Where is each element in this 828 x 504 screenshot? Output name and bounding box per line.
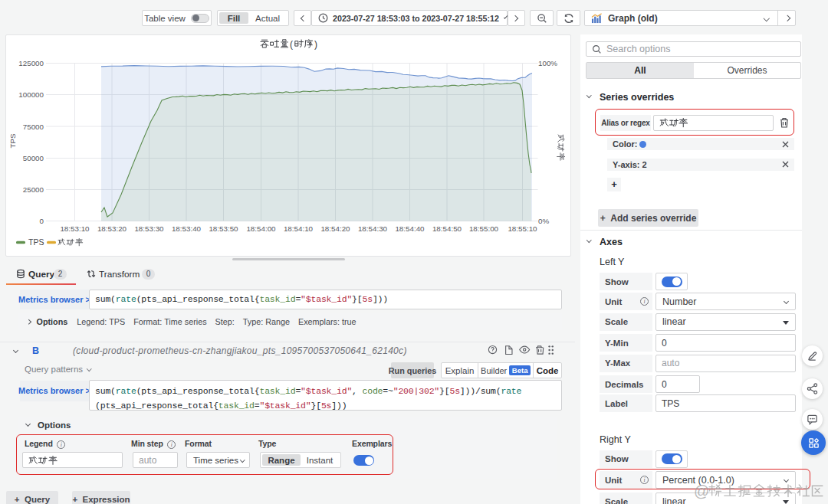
svg-text:TPS: TPS [8,133,17,149]
svg-text:18:53:10: 18:53:10 [60,224,90,233]
svg-text:0: 0 [40,217,44,225]
svg-text:18:54:30: 18:54:30 [358,224,388,233]
svg-text:18:53:40: 18:53:40 [172,224,202,233]
svg-text:100%: 100% [538,59,557,67]
svg-text:18:53:30: 18:53:30 [134,224,164,233]
svg-text:75000: 75000 [23,123,44,131]
svg-text:100000: 100000 [18,90,44,99]
svg-text:18:54:20: 18:54:20 [320,224,350,233]
svg-text:18:55:00: 18:55:00 [469,224,499,233]
svg-text:@: @ [694,483,709,499]
svg-text:18:53:50: 18:53:50 [209,224,238,233]
svg-text:18:54:00: 18:54:00 [246,224,276,233]
svg-text:18:54:10: 18:54:10 [284,224,314,233]
svg-text:0%: 0% [538,217,549,225]
svg-text:50000: 50000 [23,154,44,162]
svg-text:18:54:50: 18:54:50 [432,224,462,233]
svg-text:): ) [314,39,317,50]
svg-text:(: ( [290,39,293,50]
svg-text:TPS: TPS [28,237,44,247]
svg-text:18:54:40: 18:54:40 [395,224,425,233]
svg-text:25000: 25000 [23,185,44,194]
svg-text:125000: 125000 [18,59,44,67]
svg-text:18:55:10: 18:55:10 [508,224,537,233]
svg-text:18:53:20: 18:53:20 [97,224,127,233]
